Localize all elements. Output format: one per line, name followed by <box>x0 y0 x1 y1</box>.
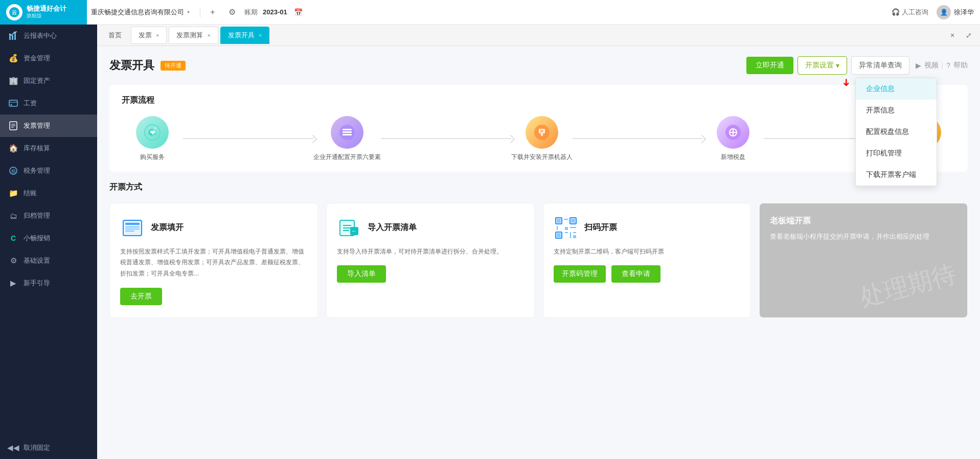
tab-maximize-button[interactable]: ⤢ <box>962 28 976 42</box>
svg-rect-3 <box>12 35 13 40</box>
tab-invoice-calc-close[interactable]: × <box>207 32 210 38</box>
anomaly-button[interactable]: 异常清单查询 <box>851 56 909 75</box>
sidebar-item-payroll[interactable]: 工资 <box>0 92 97 114</box>
dropdown-label-printer: 打印机管理 <box>866 149 902 158</box>
sidebar-item-expense[interactable]: C 小畅报销 <box>0 227 97 249</box>
svg-rect-59 <box>570 232 571 238</box>
method-btn-scan-manage[interactable]: 开票码管理 <box>554 265 606 283</box>
sidebar-label-inventory: 库存核算 <box>24 144 89 153</box>
tab-home[interactable]: 首页 <box>101 27 129 44</box>
period-value: 2023-01 <box>263 8 287 16</box>
consultant-label: 人工咨询 <box>902 8 928 17</box>
step-label-3: 下载并安装开票机器人 <box>511 153 573 162</box>
closing-icon: 📁 <box>8 188 18 198</box>
sidebar-item-archive[interactable]: 🗂 归档管理 <box>0 204 97 227</box>
watermark: 处理期待 <box>856 257 960 314</box>
svg-text:←: ← <box>351 227 357 235</box>
dropdown-label-invoice-info: 开票信息 <box>866 106 895 115</box>
calendar-button[interactable]: 📅 <box>292 6 305 18</box>
dropdown-item-download[interactable]: 下载开票客户端 <box>856 164 937 186</box>
svg-text:税: 税 <box>11 169 16 174</box>
user-icon: 👤 <box>940 9 948 16</box>
methods-section: 开票方式 <box>109 182 968 318</box>
sidebar-item-funds[interactable]: 💰 资金管理 <box>0 47 97 70</box>
tab-invoice-close[interactable]: × <box>156 32 159 38</box>
status-badge: 待开通 <box>161 61 186 71</box>
activate-button[interactable]: 立即开通 <box>746 57 793 74</box>
tab-invoice-issue[interactable]: 发票开具 × <box>220 27 269 44</box>
tab-home-label: 首页 <box>108 31 122 40</box>
settings-sidebar-icon: ⚙ <box>8 256 18 266</box>
sidebar-label-settings: 基础设置 <box>24 256 89 265</box>
sidebar-item-closing[interactable]: 📁 结账 <box>0 182 97 204</box>
step-label-4: 新增税盘 <box>721 153 745 162</box>
funds-icon: 💰 <box>8 53 18 63</box>
add-tab-button[interactable]: + <box>206 5 220 19</box>
tab-invoice-calc[interactable]: 发票测算 × <box>169 27 218 44</box>
method-title-boss: 老板端开票 <box>770 216 957 226</box>
sidebar-label-cancel: 取消固定 <box>24 443 89 452</box>
sidebar-item-cancel[interactable]: ◀◀ 取消固定 <box>0 437 97 459</box>
settings-button[interactable]: 开票设置 ▾ <box>797 56 847 75</box>
settings-button[interactable]: ⚙ <box>225 5 239 19</box>
sidebar: 云报表中心 💰 资金管理 🏢 固定资产 工资 发票管理 <box>0 25 97 459</box>
svg-rect-58 <box>565 232 568 233</box>
cancel-pin-icon: ◀◀ <box>8 443 18 453</box>
methods-section-title: 开票方式 <box>109 182 968 193</box>
inventory-icon: 🏠 <box>8 143 18 153</box>
svg-text:+: + <box>154 126 156 131</box>
method-desc-fill: 支持按照发票样式手工填开发票；可开具增值税电子普通发票、增值税普通发票、增值税专… <box>120 246 307 280</box>
dropdown-item-invoice-info[interactable]: 开票信息 <box>856 100 937 121</box>
top-bar: 云 畅捷通好会计 旗舰版 重庆畅捷交通信息咨询有限公司 ▾ + ⚙ 账期 202… <box>0 0 980 25</box>
dropdown-item-company[interactable]: 企业信息 <box>856 78 937 100</box>
consultant-button[interactable]: 🎧 人工咨询 <box>892 8 928 17</box>
sidebar-item-assets[interactable]: 🏢 固定资产 <box>0 70 97 92</box>
assets-icon: 🏢 <box>8 76 18 86</box>
sidebar-item-guide[interactable]: ▶ 新手引导 <box>0 272 97 294</box>
company-selector[interactable]: 重庆畅捷交通信息咨询有限公司 ▾ <box>86 6 195 19</box>
svg-rect-61 <box>573 235 576 238</box>
method-btn-fill[interactable]: 去开票 <box>120 288 162 305</box>
main-area: 云报表中心 💰 资金管理 🏢 固定资产 工资 发票管理 <box>0 25 980 459</box>
sidebar-item-tax[interactable]: 税 税务管理 <box>0 159 97 182</box>
sidebar-item-invoice[interactable]: 发票管理 <box>0 114 97 137</box>
sidebar-label-tax: 税务管理 <box>24 166 89 175</box>
svg-rect-54 <box>564 219 568 220</box>
method-card-scan: 扫码开票 支持定制开票二维码，客户端可扫码开票 开票码管理 查看申请 <box>543 203 751 318</box>
method-header-scan: 扫码开票 <box>554 216 741 240</box>
sidebar-item-reports[interactable]: 云报表中心 <box>0 25 97 47</box>
guide-icon: ▶ <box>8 278 18 288</box>
dropdown-item-printer[interactable]: 打印机管理 <box>856 143 937 164</box>
tab-invoice-calc-label: 发票测算 <box>176 31 203 40</box>
dropdown-label-download: 下载开票客户端 <box>866 170 916 179</box>
dropdown-item-taxdisk[interactable]: 配置税盘信息 <box>856 121 937 143</box>
tab-invoice[interactable]: 发票 × <box>131 27 167 44</box>
help-label[interactable]: 帮助 <box>953 61 968 70</box>
user-area[interactable]: 👤 徐泽华 <box>937 5 974 19</box>
tab-close-button[interactable]: × <box>945 28 960 42</box>
svg-rect-56 <box>565 227 568 230</box>
sidebar-label-payroll: 工资 <box>24 99 89 108</box>
step-label-1: 购买服务 <box>140 153 165 162</box>
svg-rect-18 <box>343 129 352 130</box>
method-title-scan: 扫码开票 <box>584 222 617 233</box>
step-icon-4 <box>717 116 749 149</box>
method-desc-boss: 查看老板端小程序提交的开票申请，并作出相应的处理 <box>770 232 957 242</box>
svg-text:云: 云 <box>12 10 17 15</box>
content-area: 首页 发票 × 发票测算 × 发票开具 × × ⤢ <box>97 25 980 459</box>
svg-rect-37 <box>125 223 140 225</box>
logo-area: 云 畅捷通好会计 旗舰版 <box>0 0 87 25</box>
tab-actions: × ⤢ <box>945 28 976 42</box>
video-label[interactable]: 视频 <box>924 61 939 70</box>
svg-rect-53 <box>557 233 561 237</box>
plus-icon: + <box>210 8 215 17</box>
chevron-down-icon: ▾ <box>187 9 190 15</box>
method-btn-import[interactable]: 导入清单 <box>337 265 386 283</box>
method-btn-scan-view[interactable]: 查看申请 <box>611 265 660 283</box>
svg-rect-51 <box>571 219 575 223</box>
logo-text-area: 畅捷通好会计 旗舰版 <box>27 5 66 20</box>
sidebar-item-settings[interactable]: ⚙ 基础设置 <box>0 249 97 272</box>
tab-invoice-issue-close[interactable]: × <box>259 32 262 38</box>
chevron-down-icon: ▾ <box>836 61 839 70</box>
sidebar-item-inventory[interactable]: 🏠 库存核算 <box>0 137 97 159</box>
